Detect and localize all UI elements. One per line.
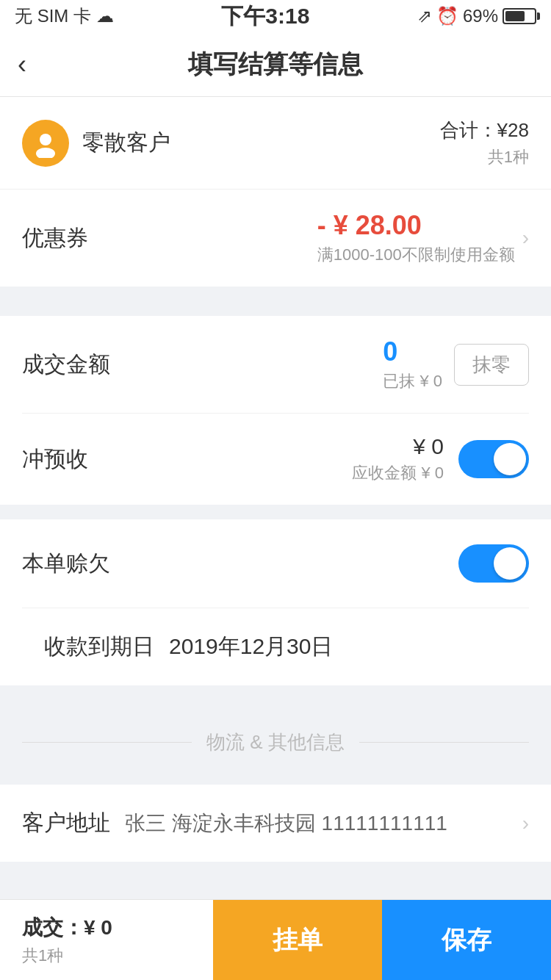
customer-total: 合计：¥28 共1种 — [440, 118, 529, 168]
back-button[interactable]: ‹ — [18, 49, 26, 80]
separator-2 — [0, 505, 551, 519]
separator-3 — [0, 700, 551, 715]
bottom-deal-value: ¥ 0 — [84, 916, 112, 939]
toggle-knob — [494, 443, 526, 475]
logistics-label: 物流 & 其他信息 — [206, 729, 345, 755]
logistics-divider: 物流 & 其他信息 — [0, 715, 551, 770]
deal-value-group: 0 已抹 ¥ 0 — [383, 336, 442, 392]
avatar — [22, 120, 69, 167]
debt-section: 本单赊欠 收款到期日 2019年12月30日 — [0, 519, 551, 685]
coupon-desc: 满1000-100不限制使用金额 — [317, 244, 515, 266]
coupon-info: - ¥ 28.00 满1000-100不限制使用金额 — [317, 210, 515, 266]
deal-section: 成交金额 0 已抹 ¥ 0 抹零 冲预收 ¥ 0 应收金额 ¥ 0 — [0, 316, 551, 505]
hold-button[interactable]: 挂单 — [213, 900, 382, 980]
address-value: 张三 海淀永丰科技园 11111111111 — [125, 810, 447, 837]
deal-amount-value: 0 — [383, 336, 442, 367]
prepay-toggle[interactable] — [458, 440, 529, 478]
debt-toggle[interactable] — [458, 544, 529, 583]
page-title: 填写结算等信息 — [188, 48, 363, 82]
avatar-icon — [31, 129, 60, 158]
customer-row: 零散客户 合计：¥28 共1种 — [0, 97, 551, 189]
due-date-value: 2019年12月30日 — [169, 632, 333, 662]
no-sim-text: 无 SIM 卡 ☁ — [15, 4, 114, 28]
svg-point-0 — [40, 134, 51, 145]
bottom-deal: 成交：¥ 0 — [22, 914, 191, 942]
nav-bar: ‹ 填写结算等信息 — [0, 32, 551, 97]
customer-left: 零散客户 — [22, 120, 170, 167]
prepay-amount: ¥ 0 — [352, 434, 444, 459]
battery-icon — [503, 8, 536, 24]
status-left: 无 SIM 卡 ☁ — [15, 4, 114, 28]
debt-label: 本单赊欠 — [22, 549, 110, 579]
location-icon: ⇗ — [417, 6, 432, 26]
deal-amount-label: 成交金额 — [22, 350, 110, 380]
divider-line-right — [359, 742, 529, 743]
deal-subtext: 已抹 ¥ 0 — [383, 370, 442, 392]
prepay-right: ¥ 0 应收金额 ¥ 0 — [352, 434, 529, 484]
bottom-bar: 成交：¥ 0 共1种 挂单 保存 — [0, 899, 551, 980]
round-off-button[interactable]: 抹零 — [454, 344, 529, 386]
coupon-label: 优惠券 — [22, 223, 88, 253]
coupon-amount: - ¥ 28.00 — [317, 210, 515, 241]
deal-right: 0 已抹 ¥ 0 抹零 — [383, 336, 529, 392]
battery-percent: 69% — [463, 6, 498, 26]
prepay-label: 冲预收 — [22, 444, 88, 475]
prepay-row: 冲预收 ¥ 0 应收金额 ¥ 0 — [22, 414, 529, 505]
prepay-values: ¥ 0 应收金额 ¥ 0 — [352, 434, 444, 484]
customer-name: 零散客户 — [82, 128, 170, 158]
alarm-icon: ⏰ — [436, 6, 458, 26]
debt-toggle-knob — [494, 547, 526, 580]
customer-section: 零散客户 合计：¥28 共1种 优惠券 - ¥ 28.00 满1000-100不… — [0, 97, 551, 287]
coupon-right: - ¥ 28.00 满1000-100不限制使用金额 › — [317, 210, 529, 266]
svg-point-1 — [36, 148, 55, 158]
divider-line-left — [22, 742, 192, 743]
debt-row: 本单赊欠 — [22, 519, 529, 608]
content: 零散客户 合计：¥28 共1种 优惠券 - ¥ 28.00 满1000-100不… — [0, 97, 551, 950]
save-button[interactable]: 保存 — [382, 900, 551, 980]
address-chevron-icon: › — [522, 812, 529, 835]
address-row[interactable]: 客户地址 张三 海淀永丰科技园 11111111111 › — [0, 785, 551, 862]
status-bar: 无 SIM 卡 ☁ 下午3:18 ⇗ ⏰ 69% — [0, 0, 551, 32]
coupon-row[interactable]: 优惠券 - ¥ 28.00 满1000-100不限制使用金额 › — [0, 189, 551, 287]
due-date-label: 收款到期日 — [44, 632, 154, 662]
due-date-row: 收款到期日 2019年12月30日 — [22, 608, 529, 685]
status-time: 下午3:18 — [221, 1, 309, 32]
bottom-deal-prefix: 成交： — [22, 916, 84, 939]
separator-4 — [0, 770, 551, 785]
total-label: 合计：¥28 — [440, 118, 529, 143]
bottom-count: 共1种 — [22, 945, 191, 967]
deal-amount-row: 成交金额 0 已抹 ¥ 0 抹零 — [22, 316, 529, 414]
battery-fill — [505, 11, 525, 21]
separator-1 — [0, 301, 551, 316]
prepay-subtext: 应收金额 ¥ 0 — [352, 462, 444, 484]
chevron-right-icon: › — [522, 226, 529, 250]
total-count: 共1种 — [440, 146, 529, 168]
address-label: 客户地址 — [22, 808, 110, 838]
address-left: 客户地址 张三 海淀永丰科技园 11111111111 — [22, 808, 447, 838]
status-right: ⇗ ⏰ 69% — [417, 6, 536, 26]
bottom-info: 成交：¥ 0 共1种 — [0, 914, 213, 967]
